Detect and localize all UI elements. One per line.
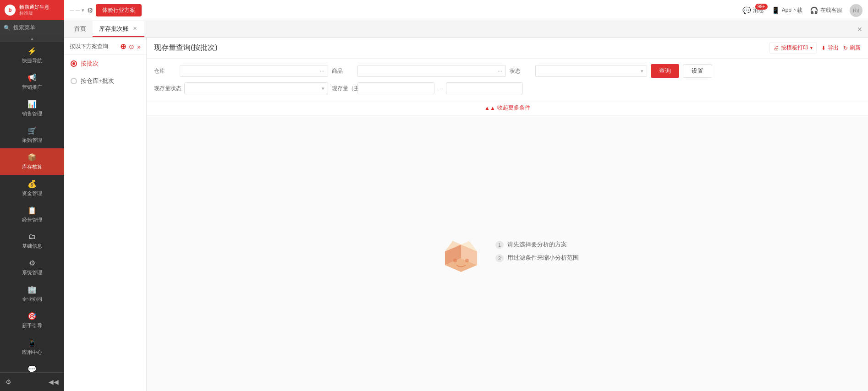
query-header-actions: 🖨 按模板打印 ▾ ⬇ 导出 ↻ 刷新 bbox=[769, 42, 861, 54]
empty-step-2: 2 用过滤条件来缩小分析范围 bbox=[495, 254, 579, 262]
breadcrumb-text: ─ ─ bbox=[70, 7, 80, 14]
tab-label: 首页 bbox=[74, 25, 86, 33]
sidebar-item-sales[interactable]: 📊 销售管理 bbox=[0, 95, 64, 122]
query-button[interactable]: 查询 bbox=[651, 64, 679, 78]
status-field: 状态 全部 正常 停用 ▾ bbox=[510, 65, 647, 77]
content-area: 按以下方案查询 ⊕ ⊙ » 按批次 按仓库+批次 现存量查询(按批次) bbox=[64, 38, 868, 391]
filter-fields: 仓库 ··· 商品 ··· bbox=[147, 59, 868, 100]
app-name: 畅康通好生意 bbox=[19, 4, 49, 10]
tab-bar: 首页 库存批次账 ✕ ✕ bbox=[64, 21, 868, 38]
sidebar-item-label: 基础信息 bbox=[22, 243, 42, 250]
empty-text: 1 请先选择要分析的方案 2 用过滤条件来缩小分析范围 bbox=[495, 240, 579, 267]
step-num-1: 1 bbox=[495, 241, 504, 249]
tab-home[interactable]: 首页 bbox=[68, 21, 93, 37]
user-avatar[interactable]: Rit bbox=[850, 4, 863, 17]
product-label: 商品 bbox=[332, 67, 355, 75]
sidebar-item-newbie[interactable]: 🎯 新手引导 bbox=[0, 307, 64, 334]
filter-row-1: 仓库 ··· 商品 ··· bbox=[154, 64, 861, 78]
status-select[interactable]: 全部 正常 停用 bbox=[535, 65, 647, 77]
purchase-icon: 🛒 bbox=[27, 126, 37, 135]
sidebar-item-label: 采购管理 bbox=[22, 137, 42, 144]
messages-action[interactable]: 💬 消息 99+ bbox=[742, 6, 764, 15]
sidebar-collapse-icon[interactable]: ◀◀ bbox=[47, 376, 60, 387]
sidebar-item-inventory[interactable]: 📦 库存核算 bbox=[0, 148, 64, 175]
sidebar-item-enterprise[interactable]: 🏢 企业协同 bbox=[0, 281, 64, 307]
gear-icon[interactable]: ⚙ bbox=[87, 6, 93, 15]
topbar: ─ ─ ▾ ⚙ 体验行业方案 💬 消息 99+ 📱 App下载 🎧 在线客服 R… bbox=[64, 0, 868, 21]
stock-qty-field: 现存量（主） — bbox=[332, 82, 506, 94]
scheme-settings-icon[interactable]: ⊙ bbox=[129, 43, 134, 50]
export-label: 导出 bbox=[828, 44, 839, 52]
sidebar-item-operations[interactable]: 📋 经营管理 bbox=[0, 201, 64, 228]
sidebar-item-marketing[interactable]: 📢 营销推广 bbox=[0, 69, 64, 95]
stock-qty-max-input[interactable] bbox=[446, 82, 523, 94]
apps-icon: 📱 bbox=[27, 338, 37, 347]
sidebar-item-system[interactable]: ⚙ 系统管理 bbox=[0, 254, 64, 281]
add-scheme-icon[interactable]: ⊕ bbox=[120, 42, 126, 51]
sidebar-item-label: 库存核算 bbox=[22, 163, 42, 170]
sidebar-item-purchase[interactable]: 🛒 采购管理 bbox=[0, 122, 64, 148]
system-icon: ⚙ bbox=[29, 259, 35, 267]
warehouse-more-icon[interactable]: ··· bbox=[320, 68, 324, 74]
online-service-label: 在线客服 bbox=[820, 6, 842, 14]
sidebar-item-shortcut[interactable]: ⚡ 快捷导航 bbox=[0, 42, 64, 69]
stock-qty-dash: — bbox=[437, 85, 443, 92]
sidebar-item-label: 系统管理 bbox=[22, 269, 42, 276]
filter-panel-collapse-icon[interactable]: » bbox=[137, 43, 141, 50]
warehouse-field: 仓库 ··· bbox=[154, 65, 328, 77]
export-button[interactable]: ⬇ 导出 bbox=[821, 44, 839, 52]
breadcrumb-chevron: ▾ bbox=[82, 7, 84, 13]
message-icon: 💬 bbox=[742, 6, 751, 15]
print-label: 按模板打印 bbox=[781, 44, 808, 52]
sidebar-item-label: 企业协同 bbox=[22, 296, 42, 303]
stock-status-select[interactable] bbox=[184, 82, 328, 94]
breadcrumb: ─ ─ ▾ bbox=[70, 7, 84, 14]
sidebar-item-label: 营销推广 bbox=[22, 84, 42, 91]
app-logo: b bbox=[5, 5, 16, 16]
tab-close-all[interactable]: ✕ bbox=[855, 24, 864, 35]
sidebar-item-label: 资金管理 bbox=[22, 190, 42, 197]
headset-icon: 🎧 bbox=[810, 6, 819, 15]
filter-scheme-warehouse-batch[interactable]: 按仓库+批次 bbox=[64, 72, 146, 90]
query-area: 现存量查询(按批次) 🖨 按模板打印 ▾ ⬇ 导出 ↻ 刷新 bbox=[147, 38, 868, 391]
collapse-label: 收起更多条件 bbox=[497, 104, 530, 112]
sidebar-item-wechat[interactable]: 💬 企业微信 bbox=[0, 360, 64, 372]
product-input[interactable] bbox=[357, 65, 506, 77]
warehouse-label: 仓库 bbox=[154, 67, 177, 75]
settings-footer-icon[interactable]: ⚙ bbox=[4, 376, 13, 387]
print-button[interactable]: 🖨 按模板打印 ▾ bbox=[769, 42, 817, 54]
stock-qty-min-input[interactable] bbox=[357, 82, 434, 94]
sidebar-item-apps[interactable]: 📱 应用中心 bbox=[0, 334, 64, 360]
settings-button[interactable]: 设置 bbox=[683, 64, 712, 78]
sidebar-item-label: 新手引导 bbox=[22, 322, 42, 329]
trial-button[interactable]: 体验行业方案 bbox=[96, 4, 142, 16]
app-edition: 标准版 bbox=[19, 10, 49, 16]
step-2-text: 用过滤条件来缩小分析范围 bbox=[507, 254, 579, 262]
tab-inventory-batch[interactable]: 库存批次账 ✕ bbox=[93, 21, 144, 37]
refresh-label: 刷新 bbox=[850, 44, 861, 52]
search-icon: 🔍 bbox=[4, 25, 11, 31]
product-more-icon[interactable]: ··· bbox=[498, 68, 502, 74]
app-download-label: App下载 bbox=[782, 6, 802, 14]
scroll-up-arrow[interactable]: ▲ bbox=[0, 35, 64, 42]
online-service-action[interactable]: 🎧 在线客服 bbox=[810, 6, 842, 15]
tab-close-icon[interactable]: ✕ bbox=[132, 26, 138, 32]
search-menu[interactable]: 🔍 搜索菜单 bbox=[0, 20, 64, 35]
sidebar-item-finance[interactable]: 💰 资金管理 bbox=[0, 175, 64, 201]
product-field: 商品 ··· bbox=[332, 65, 506, 77]
finance-icon: 💰 bbox=[27, 179, 37, 188]
filter-scheme-batch[interactable]: 按批次 bbox=[64, 55, 146, 72]
refresh-button[interactable]: ↻ 刷新 bbox=[843, 44, 861, 52]
sidebar-item-basic[interactable]: 🗂 基础信息 bbox=[0, 228, 64, 254]
empty-svg bbox=[436, 231, 486, 281]
stock-status-field: 现存量状态 ▾ bbox=[154, 82, 328, 94]
stock-qty-range: — bbox=[357, 82, 523, 94]
main-area: ─ ─ ▾ ⚙ 体验行业方案 💬 消息 99+ 📱 App下载 🎧 在线客服 R… bbox=[64, 0, 868, 391]
collapse-more-conditions[interactable]: ▲▲ 收起更多条件 bbox=[147, 100, 868, 116]
sidebar-item-label: 应用中心 bbox=[22, 349, 42, 356]
app-download-action[interactable]: 📱 App下载 bbox=[771, 6, 802, 15]
warehouse-input[interactable] bbox=[180, 65, 328, 77]
topbar-right: 💬 消息 99+ 📱 App下载 🎧 在线客服 Rit bbox=[742, 4, 863, 17]
user-display: Rit bbox=[853, 8, 859, 13]
empty-state: 1 请先选择要分析的方案 2 用过滤条件来缩小分析范围 bbox=[147, 116, 868, 391]
